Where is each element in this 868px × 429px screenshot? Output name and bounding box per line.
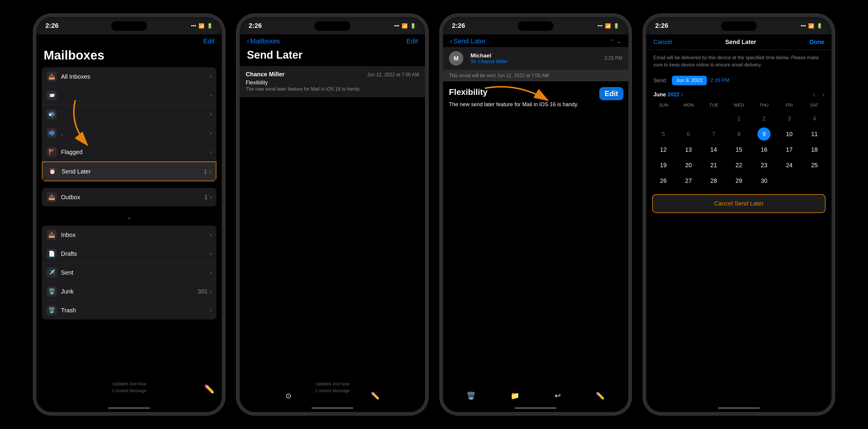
collapse-button[interactable]: ⌄ [36, 211, 222, 223]
inbox-item-2[interactable]: 📨 › [42, 86, 216, 105]
cal-empty-2 [676, 111, 701, 126]
cal-day-headers: SUN MON TUE WED THU FRI SAT [651, 101, 827, 109]
mailboxes-edit-button[interactable]: Edit [203, 37, 215, 45]
picker-done-button[interactable]: Done [809, 38, 824, 46]
picker-description: Email will be delivered by this device a… [646, 50, 832, 73]
email-detail-screen: ‹ Send Later ⌃ ⌄ M Michael To: Chance Mi… [443, 34, 628, 412]
nav-down-icon[interactable]: ⌄ [617, 38, 621, 44]
reply-icon-3[interactable]: ↩ [555, 392, 561, 400]
back-label-2: Mailboxes [250, 37, 280, 45]
cal-day-9-today[interactable]: 9 [757, 127, 771, 141]
inbox-secondary-label: Inbox [61, 232, 210, 238]
wifi-icon-4: 📶 [808, 23, 814, 29]
header-sun: SUN [651, 101, 676, 109]
all-inboxes-item[interactable]: 📥 All Inboxes › [42, 67, 216, 86]
chevron-icon-2: › [210, 93, 212, 98]
sent-icon: ✈️ [46, 267, 57, 278]
sent-item[interactable]: ✈️ Sent › [42, 263, 216, 282]
picker-title: Send Later [725, 38, 756, 46]
filter-icon-2[interactable]: ⊙ [285, 392, 291, 400]
junk-badge: 301 [197, 288, 208, 295]
cal-empty-4 [777, 173, 801, 188]
chevron-flagged: › [210, 149, 212, 155]
cal-day-6[interactable]: 6 [676, 126, 701, 142]
cal-day-16[interactable]: 16 [752, 142, 776, 157]
status-icons-4: ▪▪▪ 📶 🔋 [801, 23, 823, 29]
cal-day-4[interactable]: 4 [802, 111, 827, 126]
cal-day-21[interactable]: 21 [702, 158, 726, 173]
battery-icon-3: 🔋 [613, 23, 619, 29]
outbox-item[interactable]: 📤 Outbox 1 › [42, 188, 216, 206]
compose-button-1[interactable]: ✏️ [204, 384, 215, 394]
cal-day-24[interactable]: 24 [777, 158, 801, 173]
delete-icon-3[interactable]: 🗑️ [467, 392, 475, 400]
nav-up-down: ⌃ ⌄ [610, 38, 621, 44]
cal-day-1[interactable]: 1 [726, 111, 751, 126]
phone-1: 2:26 ▪▪▪ 📶 🔋 Edit Mailboxes 📥 All Inboxe… [33, 14, 225, 415]
inbox-item-4[interactable]: 📫 . › [42, 124, 216, 143]
trash-item[interactable]: 🗑️ Trash › [42, 301, 216, 319]
cal-day-5[interactable]: 5 [651, 126, 676, 142]
flagged-item[interactable]: 🚩 Flagged › [42, 143, 216, 162]
send-row: Send Jun 9, 2022 2:26 PM [646, 73, 832, 88]
send-label: Send [653, 78, 668, 84]
cal-day-28[interactable]: 28 [702, 173, 726, 188]
back-label-3: Send Later [454, 37, 486, 45]
cal-day-11[interactable]: 11 [802, 126, 827, 142]
cal-day-14[interactable]: 14 [702, 142, 726, 157]
all-inboxes-icon: 📥 [46, 72, 57, 82]
cal-day-20[interactable]: 20 [676, 158, 701, 173]
date-chip[interactable]: Jun 9, 2022 [672, 76, 707, 85]
send-later-item[interactable]: ⏰ Send Later 1 › [42, 162, 216, 181]
cal-day-29[interactable]: 29 [726, 173, 751, 188]
cal-day-12[interactable]: 12 [651, 142, 676, 157]
inbox-secondary[interactable]: 📥 Inbox › [42, 226, 216, 245]
cal-next-button[interactable]: › [822, 91, 824, 98]
edit-badge[interactable]: Edit [599, 87, 623, 100]
compose-icon-2[interactable]: ✏️ [371, 392, 380, 400]
cancel-send-later-button[interactable]: Cancel Send Later [652, 194, 826, 213]
cal-day-26[interactable]: 26 [651, 173, 676, 188]
cal-day-19[interactable]: 19 [651, 158, 676, 173]
outbox-group: 📤 Outbox 1 › [42, 188, 216, 206]
cal-day-15[interactable]: 15 [726, 142, 751, 157]
drafts-item[interactable]: 📄 Drafts › [42, 245, 216, 263]
header-fri: FRI [777, 101, 802, 109]
cal-day-27[interactable]: 27 [676, 173, 701, 188]
email-detail-header: M Michael To: Chance Miller 2:25 PM [443, 47, 628, 70]
back-to-send-later[interactable]: ‹ Send Later [450, 37, 486, 45]
cal-day-3[interactable]: 3 [777, 111, 801, 126]
cal-day-13[interactable]: 13 [676, 142, 701, 157]
time-chip[interactable]: 2:26 PM [711, 78, 729, 83]
back-to-mailboxes[interactable]: ‹ Mailboxes [247, 37, 280, 45]
email-list-item-1[interactable]: Chance Miller Jun 12, 2022 at 7:00 AM Fl… [240, 66, 425, 97]
picker-cancel-button[interactable]: Cancel [653, 38, 672, 46]
cal-day-7[interactable]: 7 [702, 126, 726, 142]
cal-day-18[interactable]: 18 [802, 142, 827, 157]
junk-item[interactable]: 🗑️ Junk 301 › [42, 282, 216, 301]
chevron-trash: › [210, 308, 212, 313]
cal-day-17[interactable]: 17 [777, 142, 801, 157]
junk-icon: 🗑️ [46, 286, 57, 296]
all-inboxes-label: All Inboxes [61, 73, 210, 80]
compose-icon-3[interactable]: ✏️ [596, 392, 605, 400]
cal-day-25[interactable]: 25 [802, 158, 827, 173]
battery-icon: 🔋 [207, 23, 213, 29]
send-later-list-edit[interactable]: Edit [406, 37, 418, 45]
cal-day-30[interactable]: 30 [752, 173, 776, 188]
date-picker-header: Cancel Send Later Done [646, 34, 832, 50]
inbox-item-3[interactable]: 📬 › [42, 105, 216, 124]
folder-icon-3[interactable]: 📁 [510, 392, 520, 400]
cal-prev-button[interactable]: ‹ [813, 91, 815, 98]
cal-empty-5 [802, 173, 827, 188]
wifi-icon-3: 📶 [605, 23, 611, 29]
cal-day-22[interactable]: 22 [726, 158, 751, 173]
chevron-outbox: › [210, 195, 212, 200]
cal-day-23[interactable]: 23 [752, 158, 776, 173]
send-later-list-nav: ‹ Mailboxes Edit [240, 34, 425, 47]
cal-day-10[interactable]: 10 [777, 126, 801, 142]
nav-up-icon[interactable]: ⌃ [610, 38, 614, 44]
cal-day-2[interactable]: 2 [752, 111, 776, 126]
inbox-icon-4: 📫 [46, 128, 57, 138]
cal-day-8[interactable]: 8 [726, 126, 751, 142]
